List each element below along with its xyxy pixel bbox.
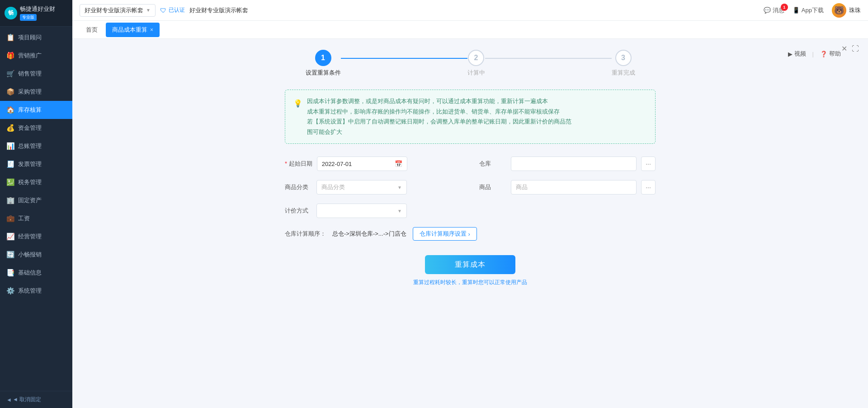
unpin-icon: ◄: [6, 397, 12, 403]
sidebar-item-inventory[interactable]: 🏠 库存核算: [0, 101, 72, 119]
message-button[interactable]: 💬 消息 1: [764, 6, 784, 14]
recalculate-button[interactable]: 重算成本: [425, 255, 515, 274]
step-3: 3 重算完成: [612, 50, 635, 77]
accounting-icon: 📊: [6, 142, 14, 150]
sidebar-item-expense[interactable]: 🔄 小畅报销: [0, 246, 72, 264]
sidebar-item-base[interactable]: 📑 基础信息: [0, 264, 72, 282]
step-line-1: [341, 58, 467, 59]
start-date-input[interactable]: 2022-07-01 📅: [317, 157, 407, 171]
sales-icon: 🛒: [6, 70, 14, 78]
stepper: 1 设置重算条件 2 计算中 3 重算完成: [87, 50, 854, 77]
price-method-select[interactable]: ▼: [316, 204, 407, 218]
sidebar-label-assets: 固定资产: [18, 196, 42, 204]
price-method-label: 计价方式: [285, 207, 312, 215]
warehouse-input[interactable]: [511, 157, 637, 171]
project-icon: 📋: [6, 33, 14, 42]
account-selector[interactable]: 好业财专业版演示帐套 ▼: [80, 4, 156, 17]
start-date-value: 2022-07-01: [322, 161, 391, 167]
tabbar: 首页 商品成本重算 ×: [72, 21, 868, 39]
info-icon: 💡: [293, 97, 302, 137]
marketing-icon: 🎁: [6, 52, 14, 60]
app-download-button[interactable]: 📱 App下载: [793, 6, 824, 14]
step-1-label: 设置重算条件: [306, 69, 341, 77]
sidebar-item-sales[interactable]: 🛒 销售管理: [0, 65, 72, 83]
sidebar-label-sales: 销售管理: [18, 70, 42, 78]
content-area: ✕ ⛶ ▶ 视频 | ❓ 帮助 1 设置重算条件 2 计算中: [72, 39, 868, 408]
topbar-actions: 💬 消息 1 📱 App下载 🐻 珠珠: [764, 3, 861, 18]
sidebar-item-tax[interactable]: 💹 税务管理: [0, 173, 72, 191]
tax-icon: 💹: [6, 178, 14, 186]
warehouse-order-settings-button[interactable]: 仓库计算顺序设置 ›: [413, 227, 477, 241]
chevron-down-icon: ▼: [146, 8, 151, 13]
sidebar-label-system: 系统管理: [18, 287, 42, 295]
finance-icon: 💰: [6, 124, 14, 132]
account-name: 好业财专业版演示帐套: [85, 6, 143, 14]
sidebar-label-project: 项目顾问: [18, 33, 42, 42]
company-name: 好业财专业版演示帐套: [189, 6, 248, 14]
product-input[interactable]: 商品: [511, 180, 637, 195]
form-section: 起始日期 2022-07-01 📅 仓库 ··· 商品分类 商: [285, 157, 656, 286]
logo-title: 畅捷通好业财: [20, 5, 55, 13]
category-chevron-icon: ▼: [397, 185, 402, 190]
inventory-icon: 🏠: [6, 106, 14, 114]
product-group: 商品 商品 ···: [479, 180, 656, 195]
logo-text-block: 畅捷通好业财 专业版: [20, 5, 55, 21]
sidebar-label-finance: 资金管理: [18, 124, 42, 132]
warehouse-dots-button[interactable]: ···: [641, 157, 656, 171]
product-label: 商品: [479, 183, 506, 191]
sidebar-label-inventory: 库存核算: [18, 106, 42, 114]
start-date-label: 起始日期: [285, 160, 312, 168]
step-2-circle: 2: [468, 50, 484, 66]
sidebar-item-ops[interactable]: 📈 经营管理: [0, 228, 72, 246]
invoice-icon: 🧾: [6, 160, 14, 168]
user-name: 珠珠: [849, 6, 861, 14]
sidebar-item-invoice[interactable]: 🧾 发票管理: [0, 155, 72, 173]
unpin-label: ◄ 取消固定: [13, 396, 41, 403]
sidebar-label-salary: 工资: [18, 214, 30, 223]
info-line-4: 围可能会扩大: [307, 127, 571, 138]
warehouse-group: 仓库 ···: [479, 157, 656, 171]
avatar: 🐻: [832, 3, 846, 18]
step-2: 2 计算中: [467, 50, 485, 77]
sidebar-item-project[interactable]: 📋 项目顾问: [0, 28, 72, 47]
main-area: 好业财专业版演示帐套 ▼ 🛡 已认证 好业财专业版演示帐套 💬 消息 1 📱 A…: [72, 0, 868, 408]
base-icon: 📑: [6, 269, 14, 277]
info-line-1: 因成本计算参数调整，或是对商品成本有疑问时，可以通过成本重算功能，重新计算一遍成…: [307, 96, 571, 107]
sidebar-label-marketing: 营销推广: [18, 52, 42, 60]
product-dots-button[interactable]: ···: [641, 180, 656, 195]
user-profile[interactable]: 🐻 珠珠: [832, 3, 861, 18]
sidebar-item-accounting[interactable]: 📊 总账管理: [0, 137, 72, 155]
tab-cost-recalc[interactable]: 商品成本重算 ×: [106, 23, 160, 37]
sidebar-item-assets[interactable]: 🏢 固定资产: [0, 191, 72, 209]
sidebar-item-finance[interactable]: 💰 资金管理: [0, 119, 72, 137]
warehouse-label: 仓库: [479, 160, 506, 168]
price-method-chevron-icon: ▼: [397, 209, 402, 213]
system-icon: ⚙️: [6, 287, 14, 295]
calendar-icon: 📅: [395, 160, 402, 167]
assets-icon: 🏢: [6, 196, 14, 204]
price-method-group: 计价方式 ▼: [285, 204, 461, 218]
sidebar-item-salary[interactable]: 💼 工资: [0, 209, 72, 228]
form-row-2: 商品分类 商品分类 ▼ 商品 商品 ···: [285, 180, 656, 195]
step-1-circle: 1: [315, 50, 331, 66]
recalculate-section: 重算成本 重算过程耗时较长，重算时您可以正常使用产品: [285, 255, 656, 286]
category-select[interactable]: 商品分类 ▼: [316, 180, 407, 195]
tab-home[interactable]: 首页: [80, 23, 104, 37]
sidebar-unpin-button[interactable]: ◄ ◄ 取消固定: [0, 391, 72, 408]
sidebar-item-purchase[interactable]: 📦 采购管理: [0, 83, 72, 101]
category-group: 商品分类 商品分类 ▼: [285, 180, 461, 195]
product-placeholder: 商品: [516, 183, 528, 191]
sidebar-label-tax: 税务管理: [18, 178, 42, 186]
shield-icon: 🛡: [160, 7, 166, 14]
verified-label: 已认证: [169, 6, 185, 14]
sidebar-item-marketing[interactable]: 🎁 营销推广: [0, 47, 72, 65]
form-row-1: 起始日期 2022-07-01 📅 仓库 ···: [285, 157, 656, 171]
message-icon: 💬: [764, 7, 771, 14]
tab-close-icon[interactable]: ×: [150, 27, 153, 33]
sidebar-navigation: 📋 项目顾问 🎁 营销推广 🛒 销售管理 📦 采购管理 🏠 库存核算 💰 资金管…: [0, 27, 72, 391]
ops-icon: 📈: [6, 232, 14, 241]
step-1: 1 设置重算条件: [306, 50, 341, 77]
sidebar-item-system[interactable]: ⚙️ 系统管理: [0, 282, 72, 300]
info-line-2: 成本重算过程中，影响库存账的操作均不能操作，比如进货单、销货单、库存单据不能审核…: [307, 107, 571, 117]
logo-icon: 畅: [5, 7, 17, 19]
